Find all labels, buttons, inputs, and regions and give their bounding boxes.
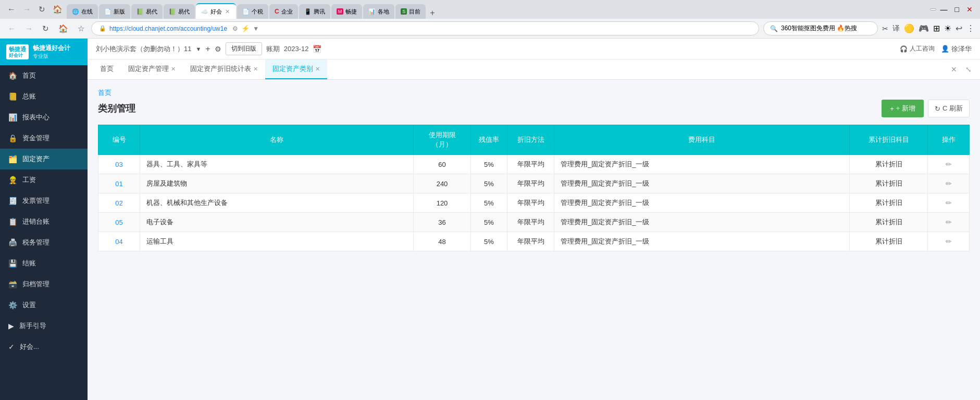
user-avatar[interactable]: 👤 徐泽华: [941, 44, 972, 54]
nav-reload[interactable]: ↻: [40, 23, 52, 34]
menu-icon[interactable]: ⋮: [966, 23, 975, 33]
sidebar-item-payroll[interactable]: 👷 工资: [0, 169, 88, 190]
cut-icon[interactable]: ✂: [882, 25, 888, 33]
brightness-icon[interactable]: ☀: [944, 23, 951, 33]
sidebar-nav: 🏠 首页 📒 总账 📊 报表中心 🔒 资金管理 🗂️ 固定资产 👷 工资: [0, 65, 88, 400]
sidebar-item-funds[interactable]: 🔒 资金管理: [0, 128, 88, 149]
browser-tab-online[interactable]: 🌐 在线: [67, 4, 98, 19]
tab-close-categories[interactable]: ✕: [315, 66, 320, 72]
sidebar-item-purchase[interactable]: 📋 进销台账: [0, 211, 88, 232]
maximize-button[interactable]: □: [952, 4, 962, 15]
edit-btn-2[interactable]: ✏: [946, 179, 952, 188]
close-button[interactable]: ✕: [963, 4, 976, 15]
td-action-5[interactable]: ✏: [928, 232, 970, 251]
td-accum-4: 累计折旧: [850, 213, 928, 232]
nav-home[interactable]: 🏠: [56, 23, 71, 34]
add-company-btn[interactable]: +: [205, 44, 210, 54]
td-code-1[interactable]: 03: [98, 155, 140, 174]
game-icon[interactable]: 🎮: [919, 23, 929, 33]
assets-icon: 🗂️: [8, 155, 17, 163]
back-button[interactable]: ←: [4, 4, 19, 15]
new-tab-button[interactable]: +: [427, 7, 438, 19]
sidebar-item-invoice[interactable]: 🧾 发票管理: [0, 190, 88, 211]
td-code-5[interactable]: 04: [98, 232, 140, 251]
td-accum-1: 累计折旧: [850, 155, 928, 174]
add-button[interactable]: + + 新增: [882, 100, 924, 117]
tab-close-active[interactable]: ✕: [224, 8, 231, 15]
forward-button[interactable]: →: [20, 4, 34, 15]
sidebar-logo-text: 畅捷通好会计: [33, 44, 70, 53]
period-value: 2023-12: [284, 45, 309, 53]
tab-close-depreciation[interactable]: ✕: [253, 66, 258, 72]
dropdown-user-btn[interactable]: ▼: [195, 46, 201, 52]
tab-home[interactable]: 首页: [93, 59, 121, 79]
tab-fixed-assets-mgmt[interactable]: 固定资产管理 ✕: [121, 59, 183, 79]
browser-tab-yidai2[interactable]: 📗 易代: [164, 4, 195, 19]
consult-btn[interactable]: 🎧 人工咨询: [900, 44, 935, 53]
sidebar-item-home[interactable]: 🏠 首页: [0, 65, 88, 86]
edit-btn-5[interactable]: ✏: [946, 237, 952, 246]
td-residual-3: 5%: [471, 193, 507, 213]
minimize-button[interactable]: —: [937, 4, 951, 15]
nav-star[interactable]: ☆: [75, 23, 87, 34]
browser-tab-muqian[interactable]: S 目前: [395, 4, 426, 19]
edit-btn-1[interactable]: ✏: [946, 160, 952, 168]
sidebar-header: 畅捷通 好会计 畅捷通好会计 专业版: [0, 39, 88, 65]
refresh-button[interactable]: ↻ C 刷新: [928, 100, 970, 117]
nav-forward[interactable]: →: [22, 23, 35, 34]
tab-close-assets-mgmt[interactable]: ✕: [171, 66, 176, 72]
site-info-icon[interactable]: ⚙: [232, 25, 238, 32]
browser-tab-active[interactable]: ☁️ 好会 ✕: [196, 3, 236, 19]
browser-tab-changjie[interactable]: M 畅捷: [331, 4, 363, 19]
sidebar-item-checkout[interactable]: 💾 结账: [0, 253, 88, 274]
tab-categories[interactable]: 固定资产类别 ✕: [265, 59, 327, 79]
edit-btn-3[interactable]: ✏: [946, 199, 952, 207]
plus-icon: +: [890, 105, 894, 113]
td-action-2[interactable]: ✏: [928, 174, 970, 193]
td-method-5: 年限平均: [507, 232, 554, 251]
maximize-panel-btn[interactable]: ⤡: [962, 64, 975, 75]
browser-tab-qiye[interactable]: C 企业: [269, 4, 298, 19]
sidebar-item-archive[interactable]: 🗃️ 归档管理: [0, 274, 88, 295]
sidebar-item-fixed-assets[interactable]: 🗂️ 固定资产: [0, 149, 88, 169]
sidebar-item-settings[interactable]: ⚙️ 设置: [0, 295, 88, 316]
settings-company-btn[interactable]: ⚙: [215, 45, 221, 53]
home-button[interactable]: 🏠: [49, 4, 66, 15]
sidebar-item-haohui[interactable]: ✓ 好会...: [0, 336, 88, 357]
browser-tab-tengxun[interactable]: 📱 腾讯: [299, 4, 330, 19]
sidebar-item-ledger[interactable]: 📒 总账: [0, 86, 88, 107]
browser-tab-geshui[interactable]: 📄 个税: [237, 4, 268, 19]
td-code-3[interactable]: 02: [98, 193, 140, 213]
tab-depreciation-table[interactable]: 固定资产折旧统计表 ✕: [183, 59, 265, 79]
translate-icon[interactable]: 译: [892, 24, 900, 33]
nav-back[interactable]: ←: [5, 23, 18, 34]
edit-btn-4[interactable]: ✏: [946, 218, 952, 226]
td-code-2[interactable]: 01: [98, 174, 140, 193]
browser-tab-yidai1[interactable]: 📗 易代: [131, 4, 163, 19]
dropdown-icon[interactable]: ▼: [253, 25, 259, 32]
reload-button[interactable]: ↻: [35, 4, 48, 15]
tax-icon: 🖨️: [8, 238, 17, 247]
td-code-4[interactable]: 05: [98, 213, 140, 232]
breadcrumb-home[interactable]: 首页: [98, 89, 111, 96]
archive-icon: 🗃️: [8, 280, 17, 288]
wallet-icon[interactable]: 🟡: [904, 23, 914, 33]
td-action-4[interactable]: ✏: [928, 213, 970, 232]
browser-tab-new[interactable]: 📄 新版: [99, 4, 130, 19]
sidebar-item-tax[interactable]: 🖨️ 税务管理: [0, 232, 88, 253]
undo-icon[interactable]: ↩: [956, 23, 962, 33]
td-accum-2: 累计折旧: [850, 174, 928, 193]
td-action-3[interactable]: ✏: [928, 193, 970, 213]
main-content: 刘小艳演示套（勿删勿动！）11 ▼ + ⚙ 切到旧版 账期 2023-12 📅 …: [88, 39, 980, 400]
calendar-icon[interactable]: 📅: [313, 45, 321, 53]
search-bar[interactable]: 🔍 360智能抠图免费用 🔥热搜: [763, 21, 878, 35]
td-residual-5: 5%: [471, 232, 507, 251]
address-bar[interactable]: 🔒 https://cloud.chanjet.com/accounting/u…: [91, 21, 759, 35]
close-tab-panel-btn[interactable]: ✕: [948, 64, 960, 75]
sidebar-item-reports[interactable]: 📊 报表中心: [0, 107, 88, 128]
switch-old-btn[interactable]: 切到旧版: [226, 42, 262, 55]
grid-icon[interactable]: ⊞: [933, 23, 940, 33]
td-action-1[interactable]: ✏: [928, 155, 970, 174]
sidebar-item-guide[interactable]: ▶ 新手引导: [0, 316, 88, 336]
browser-tab-gedi[interactable]: 📊 各地: [363, 4, 394, 19]
